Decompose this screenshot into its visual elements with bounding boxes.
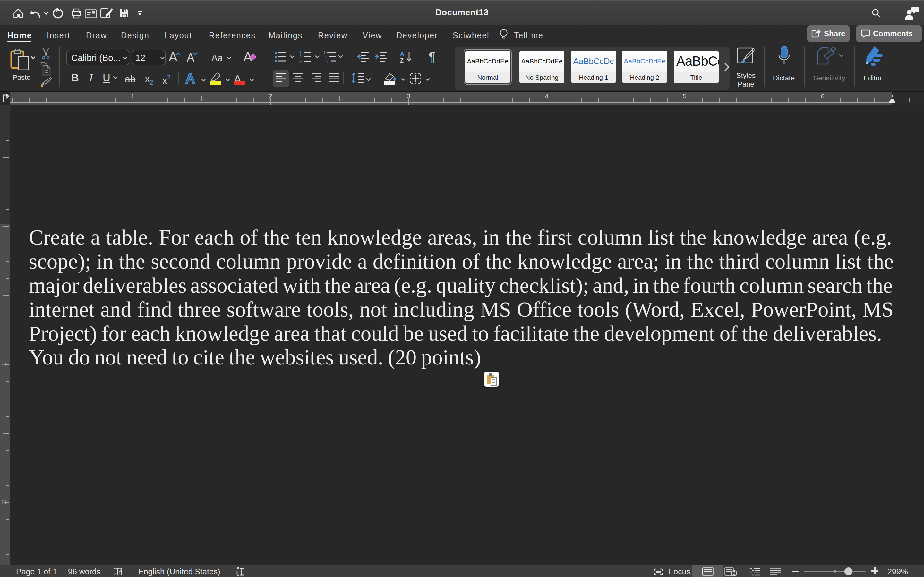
svg-text:A: A (400, 51, 404, 57)
svg-text:2: 2 (299, 55, 302, 59)
svg-text:a: a (325, 55, 328, 59)
svg-text:i: i (327, 59, 328, 63)
svg-text:3: 3 (299, 59, 302, 63)
svg-text:1: 1 (323, 51, 326, 55)
svg-text:Z: Z (400, 57, 404, 63)
